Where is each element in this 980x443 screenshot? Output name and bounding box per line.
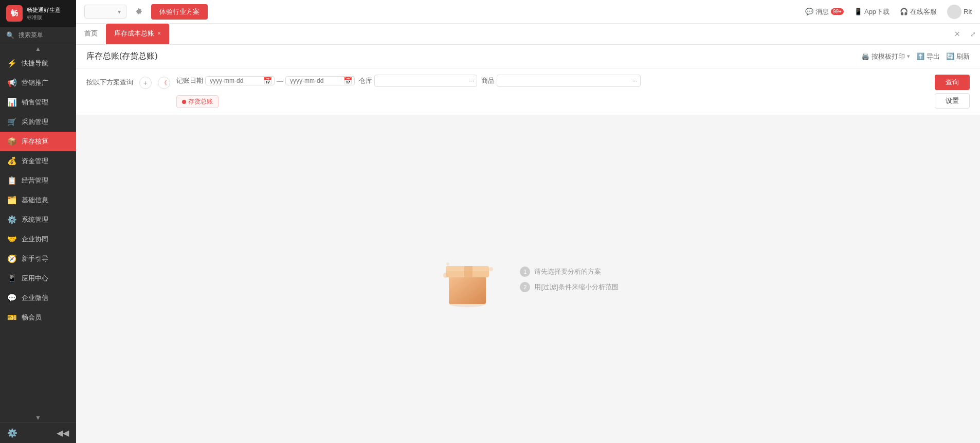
refresh-icon: 🔄 <box>946 52 954 60</box>
sidebar-item-marketing[interactable]: 📢 营销推广 <box>0 73 76 93</box>
tab-home[interactable]: 首页 <box>76 24 106 44</box>
basic-icon: 🗂️ <box>7 196 16 205</box>
sidebar-item-label: 库存核算 <box>22 137 48 146</box>
system-icon: ⚙️ <box>7 215 16 224</box>
settings-action-btn[interactable]: 设置 <box>935 93 970 109</box>
sidebar-bottom: ⚙️ ◀◀ <box>0 422 76 443</box>
scheme-tag-label: 存货总账 <box>188 97 213 106</box>
sidebar-item-operations[interactable]: 📋 经营管理 <box>0 171 76 190</box>
search-icon: 🔍 <box>6 31 14 39</box>
online-service-label: 在线客服 <box>910 7 937 16</box>
scroll-up-arrow[interactable]: ▲ <box>35 45 41 52</box>
calendar-from-icon[interactable]: 📅 <box>263 77 272 85</box>
app-download-btn[interactable]: 📱 App下载 <box>854 7 890 16</box>
message-badge: 99+ <box>831 8 844 15</box>
topbar-settings-btn[interactable] <box>131 4 147 20</box>
svg-rect-5 <box>464 266 473 277</box>
sidebar-item-quick-nav[interactable]: ⚡ 快捷导航 <box>0 54 76 73</box>
date-from-wrapper: 📅 <box>205 76 275 85</box>
sidebar-item-finance[interactable]: 💰 资金管理 <box>0 151 76 171</box>
dropdown-arrow-icon: ▾ <box>118 8 121 15</box>
sidebar-search[interactable]: 🔍 搜索菜单 <box>0 27 76 44</box>
date-label: 记账日期 <box>176 76 203 85</box>
print-icon: 🖨️ <box>861 52 869 60</box>
user-name: Rit <box>964 8 972 15</box>
avatar <box>947 5 961 19</box>
sidebar-item-label: 营销推广 <box>22 78 48 87</box>
finance-icon: 💰 <box>7 156 16 166</box>
apps-icon: 📱 <box>7 274 16 283</box>
sidebar-item-inventory[interactable]: 📦 库存核算 <box>0 132 76 151</box>
settings-icon[interactable]: ⚙️ <box>7 428 17 438</box>
wechat-icon: 💬 <box>7 293 16 303</box>
topbar-right: 💬 消息 99+ 📱 App下载 🎧 在线客服 Rit <box>805 5 972 19</box>
svg-point-8 <box>446 262 449 265</box>
sidebar-nav: ⚡ 快捷导航 📢 营销推广 📊 销售管理 🛒 采购管理 📦 库存核算 💰 资金管… <box>0 54 76 413</box>
sidebar-item-label: 基础信息 <box>22 196 48 205</box>
calendar-to-icon[interactable]: 📅 <box>343 77 352 85</box>
tab-close-btn[interactable]: × <box>157 30 161 37</box>
resize-btn[interactable]: ⤢ <box>966 30 980 38</box>
empty-hint: 1 请先选择要分析的方案 2 用[过滤]条件来缩小分析范围 <box>520 267 618 292</box>
page-title: 库存总账(存货总账) <box>86 51 158 62</box>
print-btn[interactable]: 🖨️ 按模板打印 ▾ <box>861 52 910 61</box>
empty-state: 1 请先选择要分析的方案 2 用[过滤]条件来缩小分析范围 <box>76 115 980 443</box>
sidebar-item-purchase[interactable]: 🛒 采购管理 <box>0 112 76 132</box>
sidebar-item-apps[interactable]: 📱 应用中心 <box>0 269 76 288</box>
industry-btn[interactable]: 体验行业方案 <box>151 4 208 20</box>
filter-collapse-btn[interactable]: 《 <box>158 77 170 89</box>
membership-icon: 🎫 <box>7 313 16 322</box>
user-area[interactable]: Rit <box>947 5 972 19</box>
goods-input[interactable] <box>497 75 641 87</box>
sidebar-item-wechat[interactable]: 💬 企业微信 <box>0 288 76 308</box>
warehouse-input[interactable] <box>374 75 477 87</box>
sidebar-item-newbie[interactable]: 🧭 新手引导 <box>0 249 76 269</box>
empty-svg <box>438 249 499 310</box>
hint-text-2: 用[过滤]条件来缩小分析范围 <box>534 282 618 292</box>
tab-inventory-ledger[interactable]: 库存成本总账 × <box>106 24 169 44</box>
export-icon: ⬆️ <box>916 52 924 60</box>
sales-icon: 📊 <box>7 98 16 107</box>
filter-row: 记账日期 📅 — 📅 仓库 <box>176 75 641 87</box>
sidebar-logo: 畅 畅捷通好生意 标准版 <box>0 0 76 27</box>
date-from-input[interactable] <box>210 77 261 84</box>
sidebar-item-label: 经营管理 <box>22 176 48 185</box>
export-label: 导出 <box>927 52 940 61</box>
sidebar-item-system[interactable]: ⚙️ 系统管理 <box>0 210 76 229</box>
hint-num-1: 1 <box>520 267 530 277</box>
message-btn[interactable]: 💬 消息 99+ <box>805 7 844 16</box>
export-btn[interactable]: ⬆️ 导出 <box>916 52 940 61</box>
sidebar-item-sales[interactable]: 📊 销售管理 <box>0 93 76 112</box>
sidebar-item-label: 资金管理 <box>22 156 48 166</box>
sidebar: 畅 畅捷通好生意 标准版 🔍 搜索菜单 ▲ ⚡ 快捷导航 📢 营销推广 📊 销售… <box>0 0 76 443</box>
topbar-dropdown[interactable]: ▾ <box>84 5 126 19</box>
sidebar-item-label: 采购管理 <box>22 117 48 127</box>
purchase-icon: 🛒 <box>7 117 16 127</box>
tabs-bar: 首页 库存成本总账 × × ⤢ <box>76 24 980 45</box>
close-panel-btn[interactable]: × <box>948 29 966 40</box>
collapse-icon[interactable]: ◀◀ <box>57 428 69 438</box>
goods-select-wrapper <box>497 75 641 87</box>
hint-item-2: 2 用[过滤]条件来缩小分析范围 <box>520 282 618 292</box>
filter-add-btn[interactable]: + <box>139 77 152 89</box>
scroll-down-arrow[interactable]: ▼ <box>35 414 41 421</box>
sidebar-item-label: 畅会员 <box>22 313 42 322</box>
sidebar-item-basic[interactable]: 🗂️ 基础信息 <box>0 190 76 210</box>
page-header: 库存总账(存货总账) 🖨️ 按模板打印 ▾ ⬆️ 导出 🔄 刷新 <box>76 45 980 68</box>
date-to-input[interactable] <box>290 77 341 84</box>
quick-nav-icon: ⚡ <box>7 59 16 68</box>
warehouse-filter-field: 仓库 <box>359 75 477 87</box>
query-btn[interactable]: 查询 <box>935 75 970 90</box>
refresh-btn[interactable]: 🔄 刷新 <box>946 52 970 61</box>
sidebar-item-membership[interactable]: 🎫 畅会员 <box>0 308 76 327</box>
scheme-tag[interactable]: 存货总账 <box>176 95 219 108</box>
action-buttons: 查询 设置 <box>935 75 970 109</box>
sidebar-item-enterprise[interactable]: 🤝 企业协同 <box>0 229 76 249</box>
sidebar-item-label: 销售管理 <box>22 98 48 107</box>
svg-point-7 <box>489 267 493 271</box>
tab-label: 库存成本总账 <box>114 29 154 38</box>
online-service-btn[interactable]: 🎧 在线客服 <box>900 7 937 16</box>
print-arrow-icon: ▾ <box>907 53 910 60</box>
message-label: 消息 <box>815 7 829 16</box>
newbie-icon: 🧭 <box>7 254 16 263</box>
